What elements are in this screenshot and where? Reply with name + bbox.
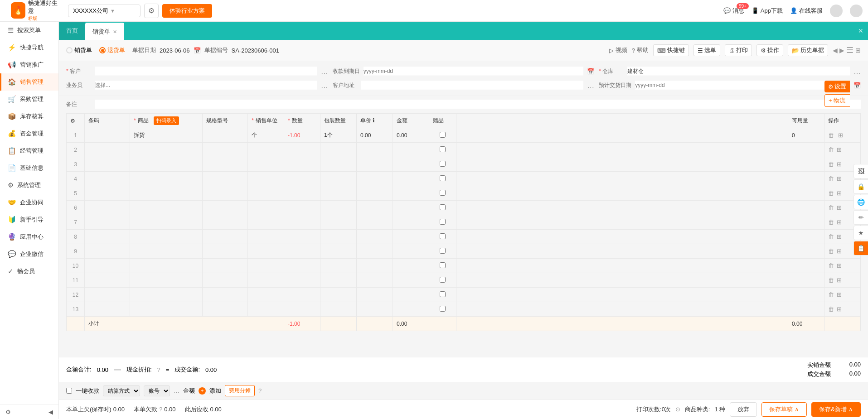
expense-split-btn[interactable]: 费用分摊 [225, 385, 255, 396]
company-selector[interactable]: XXXXXX公司 ▼ [68, 5, 141, 17]
discount-question[interactable]: ? [157, 366, 160, 373]
delete-icon-1[interactable]: 🗑 [828, 132, 834, 139]
sidebar-collapse-icon[interactable]: ◀ [48, 409, 53, 415]
right-tool-lock[interactable]: 🔒 [853, 179, 868, 194]
copy-icon-1[interactable]: ⊞ [838, 132, 843, 139]
tab-sales-order[interactable]: 销货单 ✕ [85, 23, 124, 41]
sidebar-item-wechat[interactable]: 💬 企业微信 [0, 246, 58, 263]
add-payment-btn[interactable]: + [199, 387, 206, 395]
salesperson-dots[interactable]: … [321, 82, 328, 90]
tab-close-icon[interactable]: ✕ [113, 29, 117, 35]
delete-icon[interactable]: 🗑 [828, 291, 834, 298]
copy-icon[interactable]: ⊞ [837, 219, 842, 226]
copy-icon[interactable]: ⊞ [837, 277, 842, 284]
sidebar-item-quick-nav[interactable]: ⚡ 快捷导航 [0, 39, 58, 56]
radio-return[interactable]: 退货单 [99, 46, 125, 54]
due-date-input[interactable] [364, 67, 584, 76]
copy-icon[interactable]: ⊞ [837, 306, 842, 313]
amount-field-dots[interactable]: … [174, 387, 179, 394]
right-tool-star[interactable]: ★ [853, 226, 868, 240]
view-grid-icon[interactable]: ⊞ [855, 47, 861, 54]
save-draft-chevron[interactable]: ∧ [795, 406, 799, 413]
sidebar-settings-icon[interactable]: ⚙ [5, 409, 11, 415]
tool-help[interactable]: ? 帮助 [632, 46, 649, 54]
online-service-btn[interactable]: 👤 在线客服 [790, 7, 823, 15]
doc-settings-btn[interactable]: ⚙ 设置 [824, 81, 850, 92]
barcode-1[interactable] [85, 128, 130, 143]
sidebar-item-finance[interactable]: 💰 资金管理 [0, 125, 58, 142]
sidebar-item-guide[interactable]: 🔰 新手引导 [0, 211, 58, 228]
remarks-input[interactable] [95, 100, 861, 109]
nav-prev-icon[interactable]: ◀ [833, 47, 838, 54]
sidebar-item-search[interactable]: ☰ 搜索菜单 [0, 22, 58, 39]
delete-icon[interactable]: 🗑 [828, 306, 834, 313]
sidebar-item-basic[interactable]: 📄 基础信息 [0, 159, 58, 177]
calendar-icon-expected[interactable]: 📅 [853, 82, 861, 89]
delete-icon[interactable]: 🗑 [828, 146, 834, 153]
tool-operate[interactable]: ⚙ 操作 [756, 44, 783, 56]
qty-1[interactable]: -1.00 [284, 128, 320, 143]
copy-icon[interactable]: ⊞ [837, 233, 842, 240]
copy-icon[interactable]: ⊞ [837, 291, 842, 298]
delete-icon[interactable]: 🗑 [828, 262, 834, 269]
settings-btn[interactable]: ⚙ [144, 4, 159, 18]
expense-question[interactable]: ? [258, 387, 262, 394]
nav-next-icon[interactable]: ▶ [839, 47, 844, 54]
salesperson-input[interactable] [95, 81, 317, 90]
sidebar-item-inventory[interactable]: 📦 库存核算 [0, 108, 58, 125]
delete-icon[interactable]: 🗑 [828, 219, 834, 226]
delete-icon[interactable]: 🗑 [828, 190, 834, 197]
sidebar-item-operations[interactable]: 📋 经营管理 [0, 142, 58, 159]
copy-icon[interactable]: ⊞ [837, 161, 842, 168]
total-owe-question[interactable]: ? [159, 406, 162, 413]
delete-icon[interactable]: 🗑 [828, 277, 834, 284]
save-new-btn[interactable]: 保存&新增 ∧ [811, 402, 861, 417]
trial-btn[interactable]: 体验行业方案 [162, 4, 212, 18]
tool-select[interactable]: ☰ 选单 [693, 44, 720, 56]
right-tool-globe[interactable]: 🌐 [853, 195, 868, 209]
sidebar-item-app-center[interactable]: 🔮 应用中心 [0, 228, 58, 246]
delete-icon[interactable]: 🗑 [828, 233, 834, 240]
customer-dots[interactable]: … [321, 67, 328, 76]
customer-input[interactable] [95, 67, 317, 76]
copy-icon[interactable]: ⊞ [837, 190, 842, 197]
expected-date-input[interactable] [635, 81, 850, 90]
tool-video[interactable]: ▷ 视频 [609, 46, 627, 54]
sidebar-item-purchase[interactable]: 🛒 采购管理 [0, 91, 58, 108]
radio-sales[interactable]: 销货单 [66, 46, 92, 54]
spec-1[interactable] [203, 128, 248, 143]
delete-icon[interactable]: 🗑 [828, 161, 834, 168]
scan-btn[interactable]: 扫码录入 [154, 116, 179, 125]
warehouse-dots[interactable]: … [853, 67, 861, 76]
abandon-btn[interactable]: 放弃 [730, 402, 757, 417]
tool-history[interactable]: 📂 历史单据 [788, 44, 828, 56]
uprice-1[interactable]: 0.00 [357, 128, 393, 143]
tab-home[interactable]: 首页 [59, 22, 85, 40]
avatar[interactable] [830, 5, 843, 17]
copy-icon[interactable]: ⊞ [837, 204, 842, 211]
copy-icon[interactable]: ⊞ [837, 262, 842, 269]
customer-addr-input[interactable] [361, 81, 584, 90]
calendar-icon-due[interactable]: 📅 [587, 68, 594, 75]
right-tool-form[interactable]: 📋 [853, 241, 868, 255]
calendar-icon[interactable]: 📅 [194, 47, 201, 54]
logistics-btn[interactable]: + 物流 [824, 94, 850, 107]
sidebar-item-sales[interactable]: 🏠 销售管理 [0, 73, 58, 91]
calc-method-select[interactable]: 结算方式 [103, 385, 140, 396]
one-click-checkbox[interactable] [66, 388, 72, 394]
account-select[interactable]: 账号 [144, 385, 170, 396]
delete-icon[interactable]: 🗑 [828, 204, 834, 211]
tool-shortcut[interactable]: ⌨ 快捷键 [653, 44, 689, 56]
window-close-btn[interactable]: ✕ [853, 24, 868, 38]
sidebar-item-marketing[interactable]: 📢 营销推广 [0, 56, 58, 73]
tool-print[interactable]: 🖨 打印 [725, 44, 752, 56]
delete-icon[interactable]: 🗑 [828, 248, 834, 255]
copy-icon[interactable]: ⊞ [837, 175, 842, 182]
save-draft-btn[interactable]: 保存草稿 ∧ [761, 402, 807, 417]
messages-btn[interactable]: 💬 消息 99+ [723, 7, 744, 15]
save-new-chevron[interactable]: ∧ [849, 406, 853, 413]
addr-dots[interactable]: … [587, 82, 594, 90]
copy-icon[interactable]: ⊞ [837, 248, 842, 255]
col-settings[interactable]: ⚙ [67, 114, 85, 128]
sidebar-item-system[interactable]: ⚙ 系统管理 [0, 177, 58, 194]
